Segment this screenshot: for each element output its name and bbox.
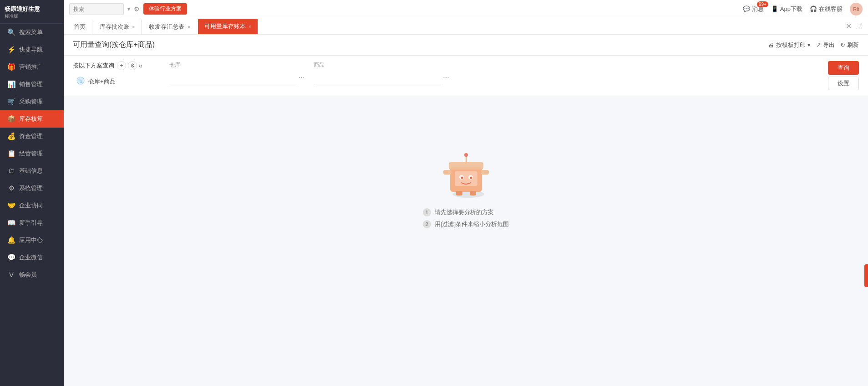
page-header: 可用量查询(按仓库+商品) 🖨 按模板打印 ▾ ↗ 导出 ↻ 刷新	[64, 35, 868, 56]
trial-button[interactable]: 体验行业方案	[143, 3, 187, 15]
goods-input-wrap: ···	[314, 71, 449, 84]
sidebar-icon-enterprise: 🤝	[7, 201, 15, 210]
sidebar-icon-member: V	[7, 271, 15, 278]
print-icon: 🖨	[768, 41, 774, 48]
online-service-button[interactable]: 🎧 在线客服	[810, 5, 843, 13]
messages-badge: 99+	[757, 1, 768, 7]
sidebar-item-search[interactable]: 🔍 搜索菜单	[0, 24, 64, 41]
sidebar: 畅康通好生意 标准版 🔍 搜索菜单 ⚡ 快捷导航 🎁 营销推广 📊 销售管理 🛒…	[0, 0, 64, 386]
svg-point-9	[470, 177, 472, 179]
sidebar-item-system[interactable]: ⚙ 系统管理	[0, 180, 64, 197]
topbar-right: 💬 消息 99+ 📱 App下载 🎧 在线客服 Rit	[743, 3, 863, 15]
sidebar-icon-inventory: 📦	[7, 115, 15, 123]
tab-label-receipt-summary: 收发存汇总表	[149, 23, 184, 31]
tab-available-account[interactable]: 可用量库存账本×	[198, 19, 258, 34]
hint-text-1: 请先选择要分析的方案	[435, 208, 494, 216]
sidebar-label-operations: 经营管理	[19, 149, 43, 158]
tabs-right-actions: ✕ ⛶	[840, 22, 868, 31]
warehouse-more-button[interactable]: ···	[299, 73, 305, 82]
sidebar-item-wechat[interactable]: 💬 企业微信	[0, 249, 64, 266]
sidebar-item-apps[interactable]: 🔔 应用中心	[0, 232, 64, 249]
sidebar-item-purchase[interactable]: 🛒 采购管理	[0, 93, 64, 110]
settings-scheme-button[interactable]: ⚙	[128, 61, 137, 70]
tab-label-available-account: 可用量库存账本	[204, 22, 246, 31]
sidebar-item-enterprise[interactable]: 🤝 企业协同	[0, 197, 64, 214]
svg-text:仓: 仓	[79, 79, 82, 83]
sidebar-label-search: 搜索菜单	[19, 28, 43, 36]
sidebar-label-sales: 销售管理	[19, 80, 43, 88]
sidebar-icon-marketing: 🎁	[7, 63, 15, 71]
scheme-item-label: 仓库+商品	[88, 77, 116, 86]
export-button[interactable]: ↗ 导出	[816, 41, 835, 49]
sidebar-scroll: 🔍 搜索菜单 ⚡ 快捷导航 🎁 营销推广 📊 销售管理 🛒 采购管理 📦 库存核…	[0, 24, 64, 386]
sidebar-label-newbie: 新手引导	[19, 219, 43, 227]
filter-settings-button[interactable]: 设置	[828, 77, 859, 90]
sidebar-label-enterprise: 企业协同	[19, 201, 43, 210]
warehouse-input[interactable]	[169, 71, 297, 84]
tab-label-home: 首页	[74, 23, 86, 31]
headset-icon: 🎧	[810, 5, 817, 12]
warehouse-label: 仓库	[169, 61, 305, 69]
sidebar-header: 畅康通好生意 标准版	[0, 0, 64, 24]
message-icon: 💬	[743, 5, 750, 12]
sidebar-item-operations[interactable]: 📋 经营管理	[0, 145, 64, 162]
user-avatar[interactable]: Rit	[850, 3, 863, 15]
sidebar-label-marketing: 营销推广	[19, 63, 43, 71]
sidebar-label-finance: 资金管理	[19, 132, 43, 140]
goods-more-button[interactable]: ···	[443, 73, 449, 82]
sidebar-label-system: 系统管理	[19, 184, 43, 192]
svg-rect-12	[443, 170, 452, 175]
filter-area: 按以下方案查询 + ⚙ « 仓	[64, 56, 868, 96]
sidebar-icon-purchase: 🛒	[7, 98, 15, 106]
sidebar-item-shortcut[interactable]: ⚡ 快捷导航	[0, 41, 64, 58]
query-button[interactable]: 查询	[828, 61, 859, 75]
svg-rect-10	[456, 191, 462, 196]
tab-close-available-account[interactable]: ×	[249, 24, 251, 29]
warehouse-field: 仓库 ···	[169, 61, 305, 84]
sidebar-item-sales[interactable]: 📊 销售管理	[0, 76, 64, 93]
sidebar-item-basic[interactable]: 🗂 基础信息	[0, 162, 64, 180]
goods-input[interactable]	[314, 71, 441, 84]
scheme-item-warehouse-goods[interactable]: 仓 仓库+商品	[73, 74, 164, 89]
sidebar-item-inventory[interactable]: 📦 库存核算	[0, 110, 64, 128]
fullscreen-button[interactable]: ⛶	[855, 22, 863, 31]
sidebar-icon-finance: 💰	[7, 132, 15, 140]
tab-batch-account[interactable]: 库存批次账×	[93, 19, 142, 34]
phone-icon: 📱	[771, 5, 778, 12]
add-scheme-button[interactable]: +	[117, 61, 126, 70]
sidebar-label-shortcut: 快捷导航	[19, 46, 43, 54]
tab-home[interactable]: 首页	[67, 19, 92, 34]
topbar-gear-icon[interactable]: ⚙	[134, 5, 140, 13]
filter-form: 仓库 ··· 商品 ···	[169, 61, 822, 84]
messages-button[interactable]: 💬 消息 99+	[743, 5, 764, 13]
scheme-item-icon: 仓	[76, 77, 85, 86]
empty-illustration	[439, 146, 493, 201]
tab-close-batch-account[interactable]: ×	[132, 24, 135, 30]
close-tab-button[interactable]: ✕	[846, 22, 852, 31]
sidebar-icon-newbie: 📖	[7, 219, 15, 227]
sidebar-item-newbie[interactable]: 📖 新手引导	[0, 214, 64, 232]
sidebar-icon-search: 🔍	[7, 28, 15, 36]
svg-rect-11	[470, 191, 476, 196]
print-button[interactable]: 🖨 按模板打印 ▾	[768, 41, 811, 49]
app-download-button[interactable]: 📱 App下载	[771, 5, 802, 13]
collapse-scheme-button[interactable]: «	[139, 61, 142, 70]
topbar-dropdown-icon[interactable]: ▾	[127, 6, 130, 12]
sidebar-item-finance[interactable]: 💰 资金管理	[0, 128, 64, 145]
refresh-button[interactable]: ↻ 刷新	[840, 41, 859, 49]
hint-num-1: 1	[423, 208, 431, 216]
topbar: ▾ ⚙ 体验行业方案 💬 消息 99+ 📱 App下载 🎧 在线客服 Rit	[64, 0, 868, 18]
empty-hint-1: 1 请先选择要分析的方案	[423, 208, 509, 216]
filter-scheme-header: 按以下方案查询 + ⚙ «	[73, 61, 164, 70]
filter-scheme-panel: 按以下方案查询 + ⚙ « 仓	[73, 61, 164, 89]
sidebar-item-member[interactable]: V 畅会员	[0, 266, 64, 283]
topbar-search-input[interactable]	[69, 3, 124, 15]
print-dropdown-icon: ▾	[807, 41, 811, 48]
hint-text-2: 用[过滤]条件来缩小分析范围	[435, 220, 509, 228]
sidebar-item-marketing[interactable]: 🎁 营销推广	[0, 58, 64, 76]
svg-rect-13	[481, 170, 489, 175]
tab-receipt-summary[interactable]: 收发存汇总表×	[142, 19, 197, 34]
sidebar-label-purchase: 采购管理	[19, 98, 43, 106]
tab-close-receipt-summary[interactable]: ×	[187, 24, 190, 30]
page-header-actions: 🖨 按模板打印 ▾ ↗ 导出 ↻ 刷新	[768, 41, 859, 49]
